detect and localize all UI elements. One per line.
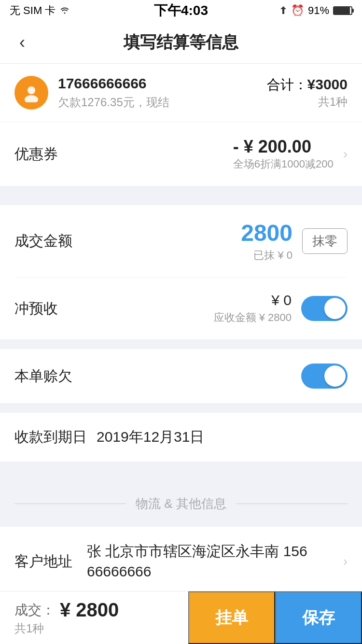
deal-amount-right: 2800 已抹 ¥ 0 抹零 (241, 220, 348, 263)
bottom-deal-row: 成交： ¥ 2800 (14, 599, 174, 621)
status-left: 无 SIM 卡 (10, 3, 70, 18)
address-row[interactable]: 客户地址 张 北京市市辖区海淀区永丰南 156 66666666 › (0, 527, 362, 596)
svg-point-1 (28, 86, 35, 94)
bottom-deal-value: ¥ 2800 (60, 599, 119, 621)
location-icon (279, 4, 287, 17)
total-label-value: 合计：¥3000 (267, 76, 348, 94)
coupon-right: - ¥ 200.00 全场6折满1000减200 › (233, 137, 348, 171)
debt-label: 本单赊欠 (14, 366, 72, 386)
wifi-icon (59, 4, 70, 17)
bottom-deal-label: 成交： (14, 601, 55, 619)
svg-point-2 (25, 95, 38, 102)
customer-card: 17666666666 欠款1276.35元，现结 合计：¥3000 共1种 优… (0, 64, 362, 186)
separator-1 (0, 196, 362, 205)
address-chevron-icon: › (343, 554, 348, 569)
status-right: ⏰ 91% (279, 4, 352, 17)
page-title: 填写结算等信息 (124, 31, 238, 54)
total-value: ¥3000 (307, 76, 348, 92)
total-label: 合计： (267, 77, 307, 92)
debt-toggle[interactable] (301, 364, 348, 389)
coupon-row[interactable]: 优惠券 - ¥ 200.00 全场6折满1000减200 › (0, 122, 362, 186)
customer-left: 17666666666 欠款1276.35元，现结 (14, 75, 169, 110)
separator-2 (0, 339, 362, 349)
alarm-icon: ⏰ (291, 4, 304, 17)
due-date-value: 2019年12月31日 (97, 427, 204, 447)
bottom-count: 共1种 (14, 621, 174, 636)
due-date-row: 收款到期日 2019年12月31日 (0, 413, 362, 462)
chevron-right-icon: › (343, 146, 348, 162)
address-label: 客户地址 (14, 552, 72, 572)
address-card[interactable]: 客户地址 张 北京市市辖区海淀区永丰南 156 66666666 › (0, 527, 362, 596)
debt-section: 本单赊欠 (0, 349, 362, 403)
total-count: 共1种 (267, 94, 348, 110)
debt-toggle-knob (324, 365, 346, 387)
battery-percent: 91% (308, 4, 329, 17)
customer-phone: 17666666666 (58, 75, 169, 92)
coupon-label: 优惠券 (14, 144, 58, 164)
logistics-header: 物流 & 其他信息 (0, 481, 362, 527)
prepay-sub: 应收金额 ¥ 2800 (214, 310, 292, 325)
header-line-right (236, 504, 348, 504)
debt-row: 本单赊欠 (0, 349, 362, 403)
nav-bar: ‹ 填写结算等信息 (0, 21, 362, 64)
amount-section: 成交金额 2800 已抹 ¥ 0 抹零 冲预收 ¥ 0 应收金额 ¥ 2800 (0, 205, 362, 339)
due-date-card: 收款到期日 2019年12月31日 (0, 413, 362, 462)
status-time: 下午4:03 (154, 1, 208, 20)
main-content: 17666666666 欠款1276.35元，现结 合计：¥3000 共1种 优… (0, 64, 362, 644)
prepay-label: 冲预收 (14, 299, 58, 319)
toggle-knob (324, 298, 346, 319)
deal-amount-value: 2800 (241, 220, 292, 246)
coupon-discount: - ¥ 200.00 (233, 137, 334, 157)
status-bar: 无 SIM 卡 下午4:03 ⏰ 91% (0, 0, 362, 21)
prepay-row: 冲预收 ¥ 0 应收金额 ¥ 2800 (14, 278, 348, 339)
bottom-bar: 成交： ¥ 2800 共1种 挂单 保存 (0, 591, 362, 644)
logistics-title: 物流 & 其他信息 (136, 495, 226, 512)
due-date-label: 收款到期日 (14, 427, 87, 447)
prepay-toggle[interactable] (301, 296, 348, 321)
coupon-desc: 全场6折满1000减200 (233, 157, 334, 171)
deal-amount-value-wrap: 2800 已抹 ¥ 0 (241, 220, 292, 263)
coupon-info: - ¥ 200.00 全场6折满1000减200 (233, 137, 334, 171)
separator-3 (0, 471, 362, 481)
deal-amount-row: 成交金额 2800 已抹 ¥ 0 抹零 (14, 205, 348, 278)
svg-marker-0 (280, 6, 286, 14)
no-sim-text: 无 SIM 卡 (10, 3, 56, 18)
prepay-value: ¥ 0 (214, 292, 292, 308)
customer-sub: 欠款1276.35元，现结 (58, 95, 169, 110)
header-line-left (14, 504, 126, 504)
customer-info: 17666666666 欠款1276.35元，现结 (58, 75, 169, 110)
battery-icon (333, 6, 352, 15)
save-button[interactable]: 保存 (275, 591, 362, 644)
hang-order-button[interactable]: 挂单 (188, 591, 275, 644)
round-button[interactable]: 抹零 (302, 228, 348, 254)
customer-total: 合计：¥3000 共1种 (267, 76, 348, 110)
bottom-info: 成交： ¥ 2800 共1种 (0, 599, 188, 636)
address-value: 张 北京市市辖区海淀区永丰南 156 66666666 (87, 541, 338, 582)
prepay-right: ¥ 0 应收金额 ¥ 2800 (214, 292, 348, 325)
prepay-value-wrap: ¥ 0 应收金额 ¥ 2800 (214, 292, 292, 325)
deal-amount-label: 成交金额 (14, 231, 72, 251)
avatar (14, 76, 48, 110)
back-button[interactable]: ‹ (14, 28, 30, 57)
deal-amount-sub: 已抹 ¥ 0 (241, 248, 292, 263)
